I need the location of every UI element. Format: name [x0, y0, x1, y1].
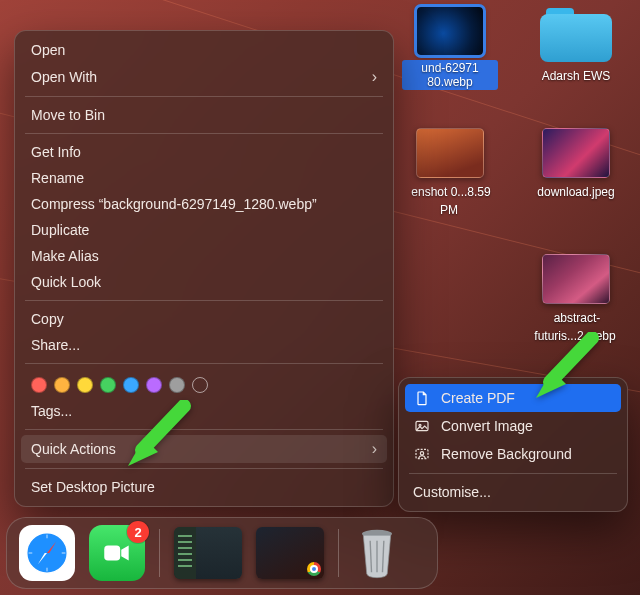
menu-item-open-with[interactable]: Open With› — [15, 63, 393, 91]
dock-app-facetime[interactable]: 2 — [89, 525, 145, 581]
svg-rect-2 — [416, 449, 428, 458]
image-icon — [413, 417, 431, 435]
image-thumbnail — [542, 254, 610, 304]
menu-separator — [25, 300, 383, 301]
document-icon — [413, 389, 431, 407]
tag-gray[interactable] — [169, 377, 185, 393]
submenu-convert-image[interactable]: Convert Image — [399, 412, 627, 440]
image-thumbnail — [542, 128, 610, 178]
menu-separator — [25, 429, 383, 430]
submenu-remove-background[interactable]: Remove Background — [399, 440, 627, 468]
submenu-label: Create PDF — [441, 390, 515, 406]
folder-icon — [540, 6, 612, 62]
dock-trash[interactable] — [353, 526, 401, 580]
menu-item-label: Move to Bin — [31, 107, 105, 123]
folder-adarsh-ews[interactable]: Adarsh EWS — [528, 6, 624, 84]
menu-item-label: Open With — [31, 69, 97, 85]
menu-item-label: Make Alias — [31, 248, 99, 264]
file-label: und-62971 80.webp — [402, 60, 498, 90]
menu-item-get-info[interactable]: Get Info — [15, 139, 393, 165]
person-crop-icon — [413, 445, 431, 463]
file-download-jpeg[interactable]: download.jpeg — [528, 128, 624, 200]
submenu-label: Customise... — [413, 484, 491, 500]
menu-item-label: Tags... — [31, 403, 72, 419]
menu-item-copy[interactable]: Copy — [15, 306, 393, 332]
menu-item-label: Duplicate — [31, 222, 89, 238]
file-background-webp[interactable]: und-62971 80.webp — [402, 6, 498, 90]
menu-item-rename[interactable]: Rename — [15, 165, 393, 191]
chrome-icon — [307, 562, 321, 576]
menu-separator — [409, 473, 617, 474]
menu-item-label: Quick Look — [31, 274, 101, 290]
dock-separator — [159, 529, 160, 577]
chevron-right-icon: › — [372, 68, 377, 86]
dock-minimized-window[interactable] — [174, 527, 242, 579]
menu-item-share[interactable]: Share... — [15, 332, 393, 358]
menu-item-duplicate[interactable]: Duplicate — [15, 217, 393, 243]
file-label: download.jpeg — [535, 185, 616, 199]
svg-rect-12 — [104, 546, 120, 561]
image-thumbnail — [416, 128, 484, 178]
menu-item-label: Share... — [31, 337, 80, 353]
image-thumbnail — [416, 6, 484, 56]
trash-icon — [355, 527, 399, 579]
menu-item-label: Get Info — [31, 144, 81, 160]
menu-item-label: Rename — [31, 170, 84, 186]
dock-separator — [338, 529, 339, 577]
notification-badge: 2 — [127, 521, 149, 543]
submenu-customise[interactable]: Customise... — [399, 479, 627, 505]
tag-red[interactable] — [31, 377, 47, 393]
menu-item-open[interactable]: Open — [15, 37, 393, 63]
tag-blue[interactable] — [123, 377, 139, 393]
menu-item-quick-actions[interactable]: Quick Actions› — [21, 435, 387, 463]
svg-point-3 — [420, 452, 423, 455]
file-label: enshot 0...8.59 PM — [409, 185, 490, 217]
menu-separator — [25, 468, 383, 469]
context-menu: Open Open With› Move to Bin Get Info Ren… — [14, 30, 394, 507]
menu-item-compress[interactable]: Compress “background-6297149_1280.webp” — [15, 191, 393, 217]
annotation-arrow — [532, 332, 602, 406]
menu-item-quick-look[interactable]: Quick Look — [15, 269, 393, 295]
file-abstract-webp[interactable]: abstract- futuris...2.webp — [528, 254, 624, 344]
submenu-label: Remove Background — [441, 446, 572, 462]
dock: 2 — [6, 517, 438, 589]
menu-item-label: Open — [31, 42, 65, 58]
dock-app-safari[interactable] — [19, 525, 75, 581]
tag-yellow[interactable] — [77, 377, 93, 393]
menu-item-label: Copy — [31, 311, 64, 327]
menu-item-label: Quick Actions — [31, 441, 116, 457]
submenu-label: Convert Image — [441, 418, 533, 434]
tag-orange[interactable] — [54, 377, 70, 393]
annotation-arrow — [124, 400, 194, 474]
folder-label: Adarsh EWS — [540, 69, 613, 83]
tag-green[interactable] — [100, 377, 116, 393]
menu-item-tags[interactable]: Tags... — [15, 398, 393, 424]
safari-icon — [24, 530, 70, 576]
menu-item-label: Compress “background-6297149_1280.webp” — [31, 196, 317, 212]
menu-item-make-alias[interactable]: Make Alias — [15, 243, 393, 269]
facetime-icon — [100, 536, 134, 570]
tag-add[interactable] — [192, 377, 208, 393]
tag-row — [15, 369, 393, 398]
menu-separator — [25, 133, 383, 134]
menu-item-set-desktop-picture[interactable]: Set Desktop Picture — [15, 474, 393, 500]
menu-separator — [25, 96, 383, 97]
dock-minimized-window[interactable] — [256, 527, 324, 579]
file-screenshot[interactable]: enshot 0...8.59 PM — [402, 128, 498, 218]
chevron-right-icon: › — [372, 440, 377, 458]
menu-item-label: Set Desktop Picture — [31, 479, 155, 495]
menu-separator — [25, 363, 383, 364]
menu-item-move-to-bin[interactable]: Move to Bin — [15, 102, 393, 128]
tag-purple[interactable] — [146, 377, 162, 393]
